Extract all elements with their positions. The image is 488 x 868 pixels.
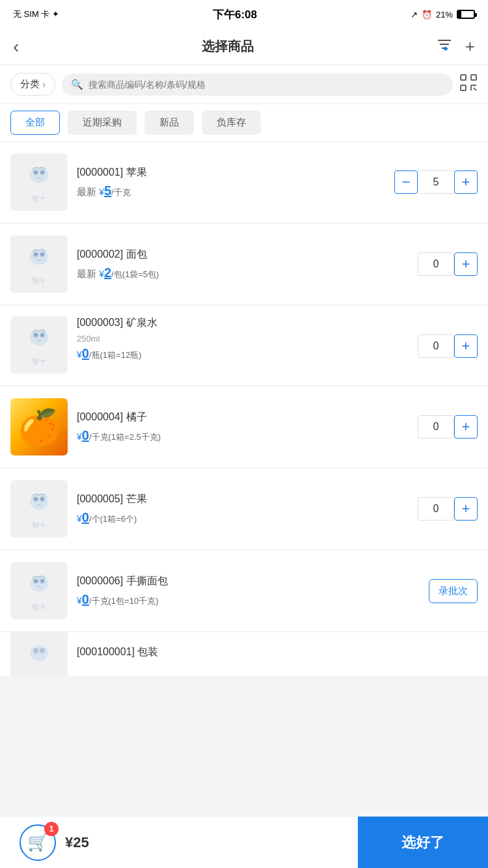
confirm-button[interactable]: 选好了 (358, 817, 488, 869)
page-title: 选择商品 (202, 38, 254, 55)
category-chevron: › (42, 79, 46, 90)
product-name: [0000006] 手撕面包 (77, 575, 420, 588)
quantity-input[interactable] (418, 170, 454, 194)
svg-point-19 (34, 253, 37, 256)
svg-point-37 (33, 648, 38, 653)
placeholder-owl: 智十 (26, 323, 52, 366)
product-name: [0000002] 面包 (77, 248, 409, 262)
svg-point-15 (41, 171, 44, 174)
placeholder-owl: 智十 (26, 569, 52, 612)
svg-point-38 (40, 648, 45, 653)
product-name: [0000003] 矿泉水 (77, 316, 409, 330)
placeholder-owl: 智十 (26, 243, 52, 286)
product-name: [000100001] 包装 (77, 645, 468, 659)
quantity-increase-button[interactable]: + (454, 497, 478, 521)
status-left: 无 SIM 卡 ✦ (13, 8, 59, 20)
location-icon: ↗ (411, 10, 418, 20)
product-name: [0000001] 苹果 (77, 166, 385, 180)
search-input[interactable] (88, 79, 444, 90)
svg-point-29 (34, 498, 37, 500)
product-info: [0000003] 矿泉水 250ml ¥0/瓶(1箱=12瓶) (68, 316, 418, 361)
alarm-icon: ⏰ (422, 10, 432, 20)
quantity-input[interactable] (418, 334, 454, 358)
svg-point-24 (34, 334, 37, 336)
product-thumbnail: 智十 (10, 316, 68, 373)
product-info: [0000006] 手撕面包 ¥0/千克(1包=10千克) (68, 575, 429, 607)
scan-button[interactable] (459, 74, 478, 96)
placeholder-owl: 智十 (26, 487, 52, 530)
category-button[interactable]: 分类 › (10, 73, 55, 96)
svg-point-14 (34, 171, 37, 174)
owl-icon (26, 243, 52, 273)
product-thumbnail: 智十 (10, 236, 68, 293)
add-button[interactable]: + (465, 36, 475, 57)
product-thumbnail: 🍊 (10, 398, 68, 455)
cart-button[interactable]: 🛒 1 (20, 824, 56, 861)
product-price: 最新 ¥5/千克 (77, 183, 385, 198)
placeholder-owl: 智十 (26, 161, 52, 204)
search-box: 🔍 (62, 74, 453, 96)
nav-right: + (437, 36, 475, 57)
owl-icon (26, 487, 52, 518)
svg-rect-6 (471, 75, 476, 80)
owl-icon (26, 569, 52, 600)
quantity-control: − + (394, 170, 478, 194)
filter-bar: 分类 › 🔍 (0, 65, 488, 104)
product-price: ¥0/个(1箱=6个) (77, 510, 409, 525)
product-info: [0000001] 苹果 最新 ¥5/千克 (68, 166, 394, 198)
tab-new[interactable]: 新品 (144, 111, 194, 135)
tab-all[interactable]: 全部 (10, 111, 60, 135)
quantity-increase-button[interactable]: + (454, 252, 478, 276)
product-item: 智十 [0000006] 手撕面包 ¥0/千克(1包=10千克) 录批次 (0, 550, 488, 632)
product-name: [0000004] 橘子 (77, 411, 409, 424)
quantity-control: + (418, 334, 478, 358)
product-item: 智十 [0000002] 面包 最新 ¥2/包(1袋=5包) + (0, 224, 488, 305)
nav-left: ‹ (13, 36, 19, 57)
tab-bar: 全部 近期采购 新品 负库存 (0, 104, 488, 142)
status-bar: 无 SIM 卡 ✦ 下午6:08 ↗ ⏰ 21% (0, 0, 488, 29)
owl-icon (26, 323, 52, 354)
filter-button[interactable] (437, 38, 452, 56)
product-item: [000100001] 包装 (0, 632, 488, 677)
product-price: ¥0/瓶(1箱=12瓶) (77, 346, 409, 361)
brand-label: 智十 (32, 521, 46, 530)
bottom-bar: 🛒 1 ¥25 选好了 (0, 816, 488, 868)
svg-point-36 (30, 645, 48, 661)
product-spec: 250ml (77, 334, 409, 344)
quantity-increase-button[interactable]: + (454, 415, 478, 439)
quantity-input[interactable] (418, 252, 454, 276)
svg-point-20 (41, 253, 44, 256)
quantity-input[interactable] (418, 497, 454, 521)
svg-point-35 (41, 580, 44, 582)
quantity-increase-button[interactable]: + (454, 334, 478, 358)
cart-section: 🛒 1 ¥25 (0, 824, 358, 861)
tab-negative[interactable]: 负库存 (202, 111, 261, 135)
product-item: 🍊 [0000004] 橘子 ¥0/千克(1箱=2.5千克) + (0, 387, 488, 468)
quantity-increase-button[interactable]: + (454, 170, 478, 194)
battery-percent: 21% (436, 10, 453, 20)
quantity-control: + (418, 415, 478, 439)
search-icon: 🔍 (71, 79, 83, 90)
svg-rect-5 (461, 75, 466, 80)
product-info: [0000004] 橘子 ¥0/千克(1箱=2.5千克) (68, 411, 418, 443)
product-item: 智十 [0000003] 矿泉水 250ml ¥0/瓶(1箱=12瓶) + (0, 306, 488, 386)
product-price: ¥0/千克(1箱=2.5千克) (77, 428, 409, 443)
cart-icon: 🛒 (27, 832, 48, 852)
quantity-decrease-button[interactable]: − (394, 170, 418, 194)
battery-icon (457, 10, 475, 19)
product-thumbnail: 智十 (10, 480, 68, 537)
product-thumbnail: 智十 (10, 562, 68, 619)
product-thumbnail (10, 632, 68, 677)
product-price: ¥0/千克(1包=10千克) (77, 592, 420, 607)
product-item: 智十 [0000005] 芒果 ¥0/个(1箱=6个) + (0, 468, 488, 550)
svg-line-10 (474, 88, 476, 90)
svg-point-34 (34, 580, 37, 582)
tab-recent[interactable]: 近期采购 (68, 111, 137, 135)
batch-button[interactable]: 录批次 (429, 579, 478, 603)
owl-icon (26, 639, 52, 670)
back-button[interactable]: ‹ (13, 36, 19, 57)
brand-label: 智十 (32, 194, 46, 204)
product-price: 最新 ¥2/包(1袋=5包) (77, 265, 409, 280)
quantity-input[interactable] (418, 415, 454, 439)
nav-bar: ‹ 选择商品 + (0, 29, 488, 65)
